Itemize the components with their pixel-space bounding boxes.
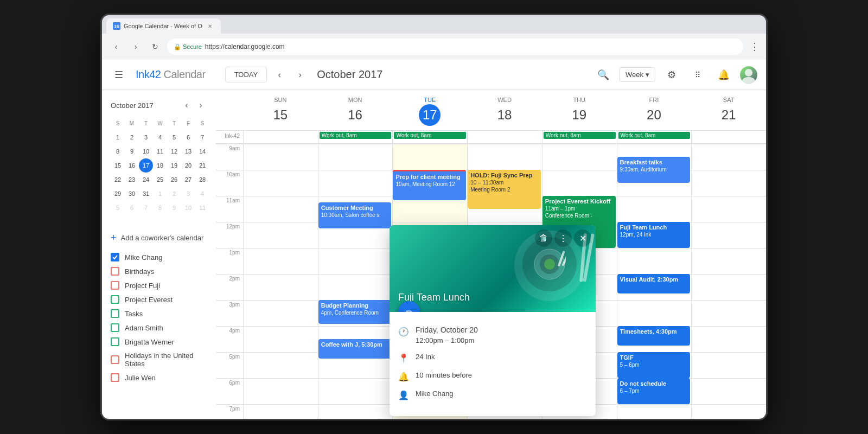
grid-wed-9[interactable]: [467, 144, 542, 170]
settings-button[interactable]: ⚙: [662, 65, 681, 85]
mini-cal-day-outside[interactable]: 2: [167, 187, 181, 201]
event-prep-client[interactable]: Prep for client meeting 10am, Meeting Ro…: [393, 170, 466, 200]
view-selector[interactable]: Week ▾: [620, 67, 655, 82]
next-week-button[interactable]: ›: [292, 67, 308, 83]
prev-week-button[interactable]: ‹: [271, 67, 288, 83]
add-coworker-button[interactable]: + Add a coworker's calendar: [106, 228, 212, 248]
calendar-checkbox-projectfuji[interactable]: [111, 281, 119, 290]
mini-cal-day-outside[interactable]: 5: [111, 201, 125, 215]
mini-cal-day[interactable]: 7: [195, 130, 209, 144]
address-bar[interactable]: 🔒 Secure https://calendar.google.com: [167, 39, 743, 55]
mini-cal-day[interactable]: 4: [153, 130, 167, 144]
mini-cal-next[interactable]: ›: [194, 99, 207, 112]
calendar-item-projecteverest[interactable]: Project Everest: [106, 292, 212, 307]
mini-cal-day[interactable]: 12: [167, 144, 181, 158]
mini-cal-day[interactable]: 14: [195, 144, 209, 158]
active-tab[interactable]: 16 Google Calendar - Week of O ✕: [106, 18, 221, 34]
mini-cal-day[interactable]: 28: [195, 173, 209, 187]
mini-cal-day[interactable]: 21: [195, 158, 209, 173]
event-fuji-sync[interactable]: HOLD: Fuji Sync Prep 10 – 11:30am Meetin…: [468, 170, 541, 209]
calendar-checkbox-adamsmith[interactable]: [111, 323, 119, 332]
browser-refresh-button[interactable]: ↻: [148, 39, 163, 54]
mini-cal-day[interactable]: 27: [181, 173, 195, 187]
allday-event-tue-workout[interactable]: Work out, 8am: [394, 132, 466, 139]
user-avatar[interactable]: [740, 66, 757, 84]
grid-sun-7[interactable]: [243, 404, 318, 420]
mini-cal-day[interactable]: 24: [139, 173, 153, 187]
mini-cal-day[interactable]: 10: [139, 144, 153, 158]
browser-back-button[interactable]: ‹: [108, 39, 124, 54]
event-breakfast-talks[interactable]: Breakfast talks 9:30am, Auditorium: [617, 157, 691, 183]
mini-cal-day-outside[interactable]: 9: [167, 201, 181, 215]
mini-cal-day[interactable]: 23: [125, 173, 139, 187]
calendar-item-mike[interactable]: Mike Chang: [106, 250, 212, 264]
calendar-checkbox-birthdays[interactable]: [111, 267, 119, 276]
calendar-item-tasks[interactable]: Tasks: [106, 307, 212, 321]
calendar-checkbox-mike[interactable]: [111, 253, 119, 261]
allday-event-fri-workout[interactable]: Work out, 8am: [618, 132, 691, 139]
grid-sun-12[interactable]: [243, 222, 318, 248]
mini-cal-day[interactable]: 8: [111, 144, 125, 158]
mini-cal-day[interactable]: 25: [153, 173, 167, 187]
mini-cal-day-outside[interactable]: 1: [153, 187, 167, 201]
allday-event-mon-workout[interactable]: Work out, 8am: [320, 132, 392, 139]
mini-cal-day[interactable]: 15: [111, 158, 125, 173]
grid-mon-7[interactable]: [318, 404, 393, 420]
mini-cal-day[interactable]: 5: [167, 130, 181, 144]
mini-cal-day-outside[interactable]: 4: [195, 187, 209, 201]
browser-more-button[interactable]: ⋮: [750, 41, 760, 53]
mini-cal-day[interactable]: 22: [111, 173, 125, 187]
grid-thu-10[interactable]: [542, 170, 617, 196]
mini-cal-day-outside[interactable]: 10: [181, 201, 195, 215]
grid-mon-1[interactable]: [318, 248, 393, 274]
grid-sat-5[interactable]: [691, 352, 766, 378]
grid-sun-6[interactable]: [243, 378, 318, 404]
grid-sat-1[interactable]: [691, 248, 766, 274]
mini-cal-day[interactable]: 2: [125, 130, 139, 144]
today-button[interactable]: TODAY: [225, 67, 267, 82]
mini-cal-day-outside[interactable]: 6: [125, 201, 139, 215]
allday-event-thu-workout[interactable]: Work out, 8am: [544, 132, 616, 139]
calendar-checkbox-holidays[interactable]: [111, 355, 119, 364]
grid-fri-1[interactable]: [617, 248, 692, 274]
calendar-item-adamsmith[interactable]: Adam Smith: [106, 321, 212, 335]
event-tgif[interactable]: TGIF 5 – 6pm: [617, 352, 691, 378]
grid-mon-10[interactable]: [318, 170, 393, 196]
mini-cal-day[interactable]: 13: [181, 144, 195, 158]
grid-sat-3[interactable]: [691, 300, 766, 326]
mini-cal-day-outside[interactable]: 11: [195, 201, 209, 215]
grid-sat-12[interactable]: [691, 222, 766, 248]
mini-cal-prev[interactable]: ‹: [180, 99, 193, 112]
grid-mon-2[interactable]: [318, 274, 393, 300]
grid-tue-9[interactable]: [392, 144, 467, 170]
mini-cal-day-outside[interactable]: 7: [139, 201, 153, 215]
mini-cal-day[interactable]: 20: [181, 158, 195, 173]
grid-sat-11[interactable]: [691, 196, 766, 222]
apps-button[interactable]: ⠿: [688, 65, 707, 85]
mini-cal-day[interactable]: 9: [125, 144, 139, 158]
event-timesheets[interactable]: Timesheets, 4:30pm: [617, 326, 691, 346]
day-header-fri[interactable]: Fri 20: [617, 94, 692, 130]
calendar-checkbox-brigatta[interactable]: [111, 337, 119, 346]
event-fuji-lunch[interactable]: Fuji Team Lunch 12pm, 24 Ink: [617, 222, 691, 248]
mini-cal-day[interactable]: 6: [181, 130, 195, 144]
mini-cal-day[interactable]: 19: [167, 158, 181, 173]
day-header-tue[interactable]: Tue 17: [392, 94, 467, 130]
grid-sun-10[interactable]: [243, 170, 318, 196]
grid-sun-4[interactable]: [243, 326, 318, 352]
browser-forward-button[interactable]: ›: [128, 39, 143, 54]
mini-cal-day[interactable]: 18: [153, 158, 167, 173]
mini-cal-day-outside[interactable]: 8: [153, 201, 167, 215]
day-header-wed[interactable]: Wed 18: [467, 94, 542, 130]
day-header-mon[interactable]: Mon 16: [318, 94, 393, 130]
event-budget-planning[interactable]: Budget Planning 4pm, Conference Room: [318, 300, 392, 324]
grid-fri-7[interactable]: [617, 404, 692, 420]
menu-button[interactable]: ☰: [111, 67, 127, 83]
grid-thu-9[interactable]: [542, 144, 617, 170]
grid-sun-9[interactable]: [243, 144, 318, 170]
calendar-item-brigatta[interactable]: Brigatta Werner: [106, 335, 212, 349]
mini-cal-day[interactable]: 11: [153, 144, 167, 158]
grid-fri-11[interactable]: [617, 196, 692, 222]
grid-sat-7[interactable]: [691, 404, 766, 420]
calendar-checkbox-projecteverest[interactable]: [111, 295, 119, 304]
